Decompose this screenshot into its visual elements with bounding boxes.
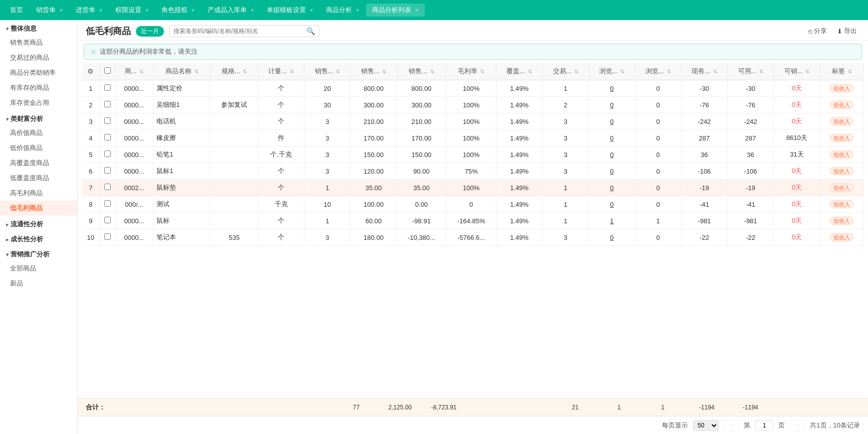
sidebar-item-all-products[interactable]: 全部商品: [0, 261, 77, 276]
cell-browse1[interactable]: 0: [589, 147, 635, 163]
next-page-btn[interactable]: ＞: [790, 419, 805, 431]
browse1-link[interactable]: 0: [610, 85, 614, 92]
sidebar-item-low-value[interactable]: 低价值商品: [0, 140, 77, 156]
share-button[interactable]: ⎋ 分享: [805, 25, 830, 37]
col-name[interactable]: 商品名称 ⇅: [153, 63, 211, 80]
browse1-link[interactable]: 0: [610, 234, 614, 241]
row-checkbox[interactable]: [104, 117, 111, 124]
nav-home[interactable]: 首页: [4, 4, 29, 17]
cell-checkbox[interactable]: [100, 163, 115, 180]
nav-purchase-close[interactable]: ×: [99, 7, 102, 13]
nav-products-entry-close[interactable]: ×: [251, 7, 254, 13]
sidebar-group-circulation[interactable]: ▸ 流通性分析: [0, 216, 77, 231]
sidebar-item-traded-goods[interactable]: 交易过的商品: [0, 50, 77, 65]
sidebar-item-new-products[interactable]: 新品: [0, 276, 77, 291]
col-tag[interactable]: 标签 ⇅: [820, 63, 863, 80]
sidebar-item-stocked-goods[interactable]: 有库存的商品: [0, 80, 77, 95]
cell-browse1[interactable]: 0: [589, 97, 635, 113]
cell-checkbox[interactable]: [100, 130, 115, 147]
browse1-link[interactable]: 0: [610, 184, 614, 192]
col-spec[interactable]: 规格... ⇅: [211, 63, 258, 80]
cell-browse1[interactable]: 0: [589, 196, 635, 213]
cell-checkbox[interactable]: [100, 113, 115, 130]
nav-sales[interactable]: 销货单 ×: [30, 4, 69, 17]
col-browse2[interactable]: 浏览... ⇅: [635, 63, 681, 80]
sidebar-item-high-coverage[interactable]: 高覆盖度商品: [0, 156, 77, 171]
browse1-link[interactable]: 0: [610, 101, 614, 109]
select-all-checkbox[interactable]: [104, 67, 111, 74]
col-code[interactable]: 商... ⇅: [115, 63, 153, 80]
sidebar-item-category-rate[interactable]: 商品分类助销率: [0, 65, 77, 80]
col-trade[interactable]: 交易... ⇅: [543, 63, 589, 80]
col-sales-qty[interactable]: 销售... ⇅: [304, 63, 351, 80]
cell-checkbox[interactable]: [100, 97, 115, 113]
col-available[interactable]: 可用... ⇅: [728, 63, 774, 80]
sidebar-item-high-value[interactable]: 高价值商品: [0, 125, 77, 140]
cell-checkbox[interactable]: [100, 80, 115, 97]
nav-product-analysis-list-close[interactable]: ×: [415, 7, 418, 13]
row-checkbox[interactable]: [104, 167, 111, 174]
col-browse1[interactable]: 浏览... ⇅: [589, 63, 635, 80]
nav-product-analysis[interactable]: 商品分析 ×: [320, 4, 365, 17]
sidebar-item-low-margin[interactable]: 低毛利商品: [0, 201, 77, 216]
col-saleable[interactable]: 可销... ⇅: [774, 63, 820, 80]
nav-permissions[interactable]: 权限设置 ×: [109, 4, 154, 17]
nav-product-analysis-list[interactable]: 商品分析列表 ×: [366, 4, 424, 17]
sidebar-group-overall[interactable]: ▾ 整体信息: [0, 20, 77, 35]
row-checkbox[interactable]: [104, 101, 111, 107]
sidebar-item-sales-goods[interactable]: 销售类商品: [0, 35, 77, 50]
col-gross-rate[interactable]: 毛利率 ⇅: [446, 63, 496, 80]
sidebar-item-high-margin[interactable]: 高毛利商品: [0, 186, 77, 201]
nav-template-close[interactable]: ×: [310, 7, 313, 13]
browse1-link[interactable]: 0: [610, 134, 614, 142]
nav-product-analysis-close[interactable]: ×: [356, 7, 359, 13]
cell-browse1[interactable]: 0: [589, 113, 635, 130]
per-page-select[interactable]: 50 100 200: [693, 420, 719, 431]
row-checkbox[interactable]: [104, 84, 111, 91]
nav-products-entry[interactable]: 产成品入库单 ×: [202, 4, 260, 17]
nav-sales-close[interactable]: ×: [60, 7, 63, 13]
row-checkbox[interactable]: [104, 184, 111, 190]
cell-checkbox[interactable]: [100, 196, 115, 213]
settings-icon[interactable]: ⚙: [87, 67, 94, 75]
browse1-link[interactable]: 0: [610, 201, 614, 208]
row-checkbox[interactable]: [104, 151, 111, 157]
cell-browse1[interactable]: 0: [589, 130, 635, 147]
cell-browse1[interactable]: 0: [589, 163, 635, 180]
nav-roles-close[interactable]: ×: [192, 7, 195, 13]
search-icon[interactable]: 🔍: [306, 27, 315, 35]
sidebar-group-marketing[interactable]: ▾ 营销推广分析: [0, 246, 77, 261]
export-button[interactable]: ⬇ 导出: [834, 25, 860, 37]
prev-page-btn[interactable]: ＜: [724, 419, 739, 431]
row-checkbox[interactable]: [104, 233, 111, 240]
row-checkbox[interactable]: [104, 200, 111, 207]
browse1-link[interactable]: 0: [610, 168, 614, 175]
col-unit[interactable]: 计量... ⇅: [258, 63, 304, 80]
cell-checkbox[interactable]: [100, 180, 115, 196]
cell-checkbox[interactable]: [100, 213, 115, 229]
sidebar-item-low-coverage[interactable]: 低覆盖度商品: [0, 171, 77, 186]
col-sales-price[interactable]: 销售... ⇅: [351, 63, 397, 80]
col-coverage[interactable]: 覆盖... ⇅: [496, 63, 543, 80]
cell-checkbox[interactable]: [100, 147, 115, 163]
sidebar-group-wealth[interactable]: ▾ 类财富分析: [0, 110, 77, 125]
table-wrapper[interactable]: ⚙ 商... ⇅ 商品名称 ⇅ 规格... ⇅ 计量... ⇅ 销售... ⇅ …: [78, 63, 868, 398]
time-filter-button[interactable]: 近一月: [136, 26, 164, 37]
sidebar-group-growth[interactable]: ▸ 成长性分析: [0, 231, 77, 246]
search-input[interactable]: [173, 28, 304, 35]
cell-browse1[interactable]: 0: [589, 229, 635, 246]
nav-roles[interactable]: 角色授权 ×: [155, 4, 201, 17]
cell-browse1[interactable]: 1: [589, 213, 635, 229]
sidebar-item-capital[interactable]: 库存资金占用: [0, 95, 77, 110]
browse1-link[interactable]: 0: [610, 118, 614, 125]
cell-browse1[interactable]: 0: [589, 80, 635, 97]
page-input[interactable]: [755, 420, 773, 430]
col-sales-profit[interactable]: 销售... ⇅: [397, 63, 446, 80]
row-checkbox[interactable]: [104, 217, 111, 223]
browse1-link[interactable]: 0: [610, 151, 614, 159]
nav-template[interactable]: 单据模板设置 ×: [261, 4, 319, 17]
col-checkbox-all[interactable]: [100, 63, 115, 80]
browse1-link[interactable]: 1: [610, 217, 614, 225]
col-settings[interactable]: ⚙: [82, 63, 100, 80]
col-current-stock[interactable]: 现有... ⇅: [681, 63, 727, 80]
